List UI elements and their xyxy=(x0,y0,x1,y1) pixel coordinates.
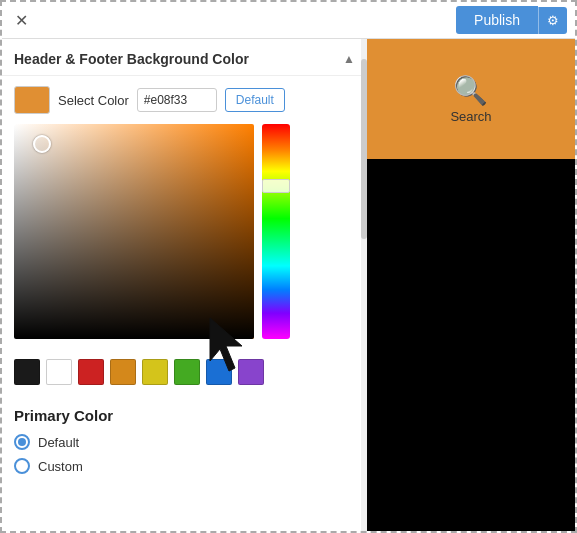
close-button[interactable]: ✕ xyxy=(10,9,32,31)
preset-swatch-white[interactable] xyxy=(46,359,72,385)
collapse-icon[interactable]: ▲ xyxy=(343,52,355,66)
radio-custom[interactable]: Custom xyxy=(14,458,355,474)
search-label: Search xyxy=(450,109,491,124)
top-bar: ✕ Publish ⚙ xyxy=(2,2,575,39)
picker-circle[interactable] xyxy=(33,135,51,153)
radio-custom-circle[interactable] xyxy=(14,458,30,474)
section-header: Header & Footer Background Color ▲ xyxy=(2,39,367,76)
publish-button[interactable]: Publish xyxy=(456,6,538,34)
preset-swatch-orange[interactable] xyxy=(110,359,136,385)
hue-slider-container[interactable] xyxy=(262,124,290,339)
preset-swatch-green[interactable] xyxy=(174,359,200,385)
gradient-canvas[interactable] xyxy=(14,124,254,339)
section-title: Header & Footer Background Color xyxy=(14,51,249,67)
preset-swatch-purple[interactable] xyxy=(238,359,264,385)
main-layout: Header & Footer Background Color ▲ Selec… xyxy=(2,39,575,531)
hue-thumb[interactable] xyxy=(262,179,290,193)
hex-input[interactable] xyxy=(137,88,217,112)
preset-swatch-red[interactable] xyxy=(78,359,104,385)
preview-header: 🔍 Search xyxy=(367,39,575,159)
select-color-label: Select Color xyxy=(58,93,129,108)
color-picker-container xyxy=(14,124,355,339)
radio-default-label: Default xyxy=(38,435,79,450)
hue-slider-track xyxy=(262,124,290,339)
radio-default[interactable]: Default xyxy=(14,434,355,450)
radio-custom-label: Custom xyxy=(38,459,83,474)
preset-swatch-black[interactable] xyxy=(14,359,40,385)
preset-swatch-blue[interactable] xyxy=(206,359,232,385)
preset-swatch-yellow[interactable] xyxy=(142,359,168,385)
color-swatch-button[interactable] xyxy=(14,86,50,114)
color-select-row: Select Color Default xyxy=(2,76,367,124)
gradient-dark xyxy=(14,124,254,339)
gear-icon: ⚙ xyxy=(547,13,559,28)
search-icon: 🔍 xyxy=(453,74,488,107)
preset-colors xyxy=(2,351,367,393)
left-panel: Header & Footer Background Color ▲ Selec… xyxy=(2,39,367,531)
radio-default-circle[interactable] xyxy=(14,434,30,450)
settings-button[interactable]: ⚙ xyxy=(538,7,567,34)
default-button[interactable]: Default xyxy=(225,88,285,112)
primary-color-section: Primary Color Default Custom xyxy=(2,393,367,492)
close-icon: ✕ xyxy=(15,11,28,30)
primary-color-title: Primary Color xyxy=(14,407,355,424)
right-panel: 🔍 Search xyxy=(367,39,575,531)
search-icon-wrap: 🔍 Search xyxy=(450,74,491,124)
publish-area: Publish ⚙ xyxy=(456,6,567,34)
